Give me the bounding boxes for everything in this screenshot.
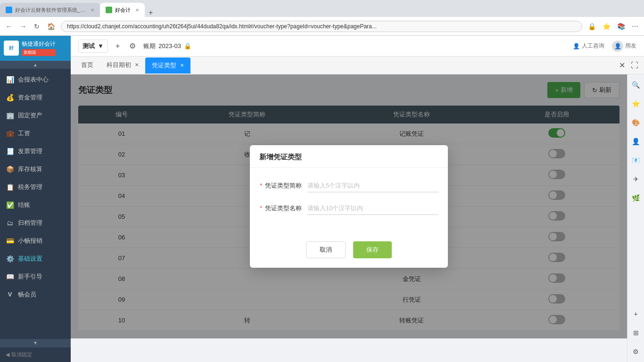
- extensions-button[interactable]: 🔒: [586, 22, 598, 31]
- modal-overlay: 新增凭证类型 * 凭证类型简称: [71, 74, 627, 338]
- right-panel: 🔍 ⭐ 🎨 👤 📧 ✈ 🌿 + ⊞ ⚙: [627, 74, 644, 362]
- tab-home[interactable]: 首页: [74, 57, 100, 74]
- tab-minimize-button[interactable]: ✕: [617, 59, 627, 72]
- fixed-assets-icon: 🏢: [6, 112, 14, 119]
- right-panel-user2[interactable]: 👤: [629, 135, 643, 148]
- sidebar-label-member: 畅会员: [18, 290, 36, 299]
- logo-text: 畅捷通好会计: [22, 41, 56, 48]
- basic-icon: ⚙️: [6, 255, 14, 263]
- sidebar-label-salary: 工资: [18, 129, 30, 138]
- form-row-full-name: * 凭证类型名称: [259, 202, 438, 215]
- tab-subjects-close[interactable]: ✕: [135, 62, 139, 67]
- tab-favicon-2: [106, 7, 112, 13]
- sidebar-label-tax: 税务管理: [18, 183, 42, 191]
- browser-actions: 🔒 ⭐ 📚 ⋯: [586, 22, 640, 31]
- invoice-icon: 🧾: [6, 148, 14, 155]
- right-panel-plus[interactable]: +: [629, 307, 643, 321]
- company-selector[interactable]: 测试 ▼: [78, 40, 108, 53]
- collections-button[interactable]: 📚: [615, 22, 627, 31]
- forward-button[interactable]: →: [18, 22, 28, 31]
- sidebar-item-archive[interactable]: 🗂 归档管理: [0, 214, 71, 232]
- user-button[interactable]: 👤 用友: [612, 41, 636, 52]
- sidebar-label-basic: 基础设置: [18, 255, 42, 263]
- sidebar-scroll-up[interactable]: ▲: [0, 61, 71, 69]
- sidebar-nav: 📊 会报表中心 💰 资金管理 🏢 固定资产 💼 工资 🧾 发票管理 📦: [0, 69, 71, 339]
- logo-badge: 旗舰版: [22, 49, 56, 56]
- modal-save-button[interactable]: 保存: [353, 241, 392, 258]
- back-button[interactable]: ←: [4, 22, 14, 31]
- logo-icon: 好: [4, 41, 19, 56]
- period-lock-icon: 🔒: [184, 42, 191, 49]
- sidebar-label-capital: 资金管理: [18, 93, 42, 102]
- right-panel-gear[interactable]: ⚙: [629, 345, 643, 358]
- sidebar-cancel-pin[interactable]: ◀ 取消固定: [0, 347, 71, 362]
- modal-cancel-button[interactable]: 取消: [306, 241, 346, 258]
- browser-tab-1[interactable]: 好会计云财务软件管理系统_会计 ✕: [0, 3, 100, 17]
- consult-icon: 👤: [573, 43, 580, 49]
- sidebar-label-archive: 归档管理: [18, 219, 42, 227]
- tab-voucher-type-close[interactable]: ✕: [180, 63, 184, 68]
- tab-voucher-type[interactable]: 凭证类型 ✕: [145, 58, 190, 74]
- sidebar-item-dashboard[interactable]: 📊 会报表中心: [0, 71, 71, 89]
- sidebar-item-expense[interactable]: 💳 小畅报销: [0, 232, 71, 250]
- consult-button[interactable]: 👤 人工咨询: [573, 42, 604, 50]
- sidebar-item-checkout[interactable]: ✅ 结账: [0, 196, 71, 214]
- tax-icon: 📋: [6, 183, 14, 191]
- right-panel-star[interactable]: ⭐: [629, 97, 643, 110]
- cancel-pin-label: 取消固定: [11, 351, 32, 358]
- sidebar-label-fixed-assets: 固定资产: [18, 111, 42, 120]
- sidebar-label-invoice: 发票管理: [18, 147, 42, 156]
- sidebar-logo: 好 畅捷通好会计 旗舰版: [0, 36, 71, 61]
- consult-label: 人工咨询: [582, 42, 604, 50]
- app-container: 好 畅捷通好会计 旗舰版 ▲ 📊 会报表中心 💰 资金管理 🏢 固定资产 💼: [0, 36, 644, 362]
- sidebar-label-dashboard: 会报表中心: [18, 75, 49, 84]
- address-input[interactable]: [61, 21, 582, 32]
- sidebar-item-tax[interactable]: 📋 税务管理: [0, 178, 71, 196]
- star-button[interactable]: ⭐: [601, 22, 612, 31]
- tab-close-2[interactable]: ✕: [135, 8, 139, 13]
- member-icon: V: [6, 291, 14, 298]
- right-panel-send[interactable]: ✈: [629, 173, 643, 186]
- user-label: 用友: [625, 42, 636, 50]
- tab-subjects[interactable]: 科目期初 ✕: [100, 57, 145, 74]
- tab-subjects-label: 科目期初: [107, 61, 131, 69]
- sidebar-item-guide[interactable]: 📖 新手引导: [0, 268, 71, 286]
- company-name: 测试: [83, 42, 95, 50]
- sidebar-item-inventory[interactable]: 📦 库存核算: [0, 160, 71, 178]
- required-mark-1: *: [260, 182, 262, 189]
- required-mark-2: *: [260, 205, 262, 212]
- sidebar-label-guide: 新手引导: [18, 272, 42, 281]
- sidebar-item-fixed-assets[interactable]: 🏢 固定资产: [0, 107, 71, 124]
- right-panel-search[interactable]: 🔍: [629, 78, 643, 91]
- settings-gear-button[interactable]: ⚙: [127, 40, 138, 52]
- sidebar-item-capital[interactable]: 💰 资金管理: [0, 89, 71, 107]
- sidebar-item-member[interactable]: V 畅会员: [0, 286, 71, 304]
- input-short-name[interactable]: [307, 179, 438, 192]
- sidebar-item-invoice[interactable]: 🧾 发票管理: [0, 142, 71, 160]
- main-content: 凭证类型 + 新增 ↻ 刷新: [71, 74, 627, 338]
- settings-button[interactable]: ⋯: [630, 22, 640, 31]
- tab-label-2: 好会计: [115, 7, 131, 14]
- right-panel-table[interactable]: ⊞: [629, 326, 643, 339]
- sidebar-item-basic[interactable]: ⚙️ 基础设置: [0, 250, 71, 268]
- home-button[interactable]: 🏠: [45, 22, 57, 31]
- tab-voucher-type-label: 凭证类型: [152, 61, 176, 70]
- period-label: 账期: [143, 42, 156, 50]
- sidebar-scroll-down[interactable]: ▼: [0, 339, 71, 347]
- sidebar-item-salary[interactable]: 💼 工资: [0, 124, 71, 142]
- tab-expand-button[interactable]: ⛶: [629, 59, 640, 72]
- refresh-button[interactable]: ↻: [32, 22, 41, 31]
- top-toolbar: 测试 ▼ + ⚙ 账期 2023-03 🔒 👤 人工咨询 👤 用友: [71, 36, 644, 57]
- browser-tab-2[interactable]: 好会计 ✕: [100, 3, 145, 17]
- input-full-name[interactable]: [307, 202, 438, 215]
- tab-close-1[interactable]: ✕: [91, 8, 94, 13]
- new-tab-button[interactable]: +: [145, 8, 157, 17]
- right-panel-color[interactable]: 🎨: [629, 116, 643, 129]
- modal-body: * 凭证类型简称 * 凭证类型名称: [250, 168, 448, 236]
- tab-nav-actions: ✕ ⛶: [617, 59, 640, 72]
- add-company-button[interactable]: +: [114, 40, 122, 52]
- modal-title: 新增凭证类型: [259, 153, 302, 161]
- company-dropdown-icon: ▼: [98, 42, 104, 49]
- right-panel-leaf[interactable]: 🌿: [629, 191, 643, 205]
- right-panel-outlook[interactable]: 📧: [629, 154, 643, 167]
